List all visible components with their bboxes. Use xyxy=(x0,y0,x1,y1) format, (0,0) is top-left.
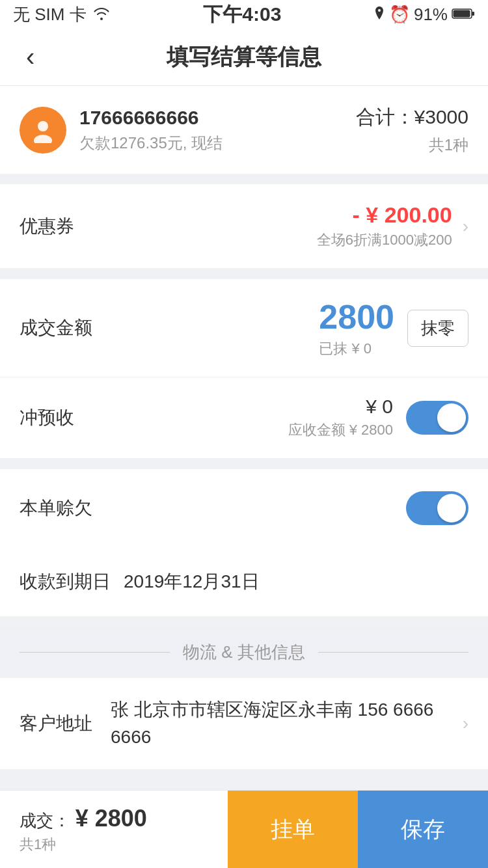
svg-point-4 xyxy=(34,135,52,143)
coupon-label: 优惠券 xyxy=(20,214,74,239)
prepay-toggle[interactable] xyxy=(406,401,468,435)
battery-icon xyxy=(452,5,475,25)
svg-point-3 xyxy=(38,121,48,131)
chevron-right-icon: › xyxy=(463,216,468,237)
wifi-icon xyxy=(92,5,111,25)
customer-note: 欠款1276.35元, 现结 xyxy=(79,133,223,154)
alarm-icon: ⏰ xyxy=(389,5,410,25)
due-date-label: 收款到期日 xyxy=(20,569,111,594)
debt-toggle[interactable] xyxy=(406,491,468,525)
coupon-detail: 全场6折满1000减200 xyxy=(317,230,452,250)
address-content: 张 北京市市辖区海淀区永丰南 156 6666 6666 xyxy=(111,696,450,751)
due-date-value: 2019年12月31日 xyxy=(124,569,260,594)
coupon-right: - ¥ 200.00 全场6折满1000减200 › xyxy=(317,202,468,250)
coupon-row[interactable]: 优惠券 - ¥ 200.00 全场6折满1000减200 › xyxy=(0,184,488,269)
status-time: 下午4:03 xyxy=(203,1,281,28)
total-amount: 合计：¥3000 xyxy=(356,104,468,131)
total-count: 共1种 xyxy=(356,135,468,156)
customer-phone: 17666666666 xyxy=(79,107,223,129)
debt-toggle-knob xyxy=(437,494,466,522)
sim-status: 无 SIM 卡 xyxy=(13,3,87,26)
bottom-deal-line: 成交： ¥ 2800 xyxy=(20,805,208,832)
round-zero-button[interactable]: 抹零 xyxy=(407,310,468,347)
prepay-label: 冲预收 xyxy=(20,405,74,430)
svg-rect-2 xyxy=(453,10,470,17)
logistics-line-right xyxy=(318,652,468,653)
bottom-deal-amount: ¥ 2800 xyxy=(75,805,147,832)
svg-rect-1 xyxy=(472,12,474,16)
deal-label: 成交金额 xyxy=(20,316,92,340)
debt-row: 本单赊欠 xyxy=(0,468,488,547)
bottom-deal-label: 成交： xyxy=(20,811,70,830)
customer-card: 17666666666 欠款1276.35元, 现结 合计：¥3000 共1种 xyxy=(0,86,488,174)
status-right: ⏰ 91% xyxy=(373,5,475,25)
address-label: 客户地址 xyxy=(20,711,98,736)
section-separator-1 xyxy=(0,269,488,279)
customer-left: 17666666666 欠款1276.35元, 现结 xyxy=(20,107,223,154)
toggle-knob xyxy=(437,403,466,432)
location-icon xyxy=(373,5,385,25)
save-button[interactable]: 保存 xyxy=(358,791,488,869)
bottom-summary: 成交： ¥ 2800 共1种 xyxy=(0,805,228,854)
deal-amount-info: 2800 已抹 ¥ 0 xyxy=(319,297,394,359)
deal-number: 2800 xyxy=(319,297,394,336)
battery-percent: 91% xyxy=(414,5,448,25)
bottom-bar: 成交： ¥ 2800 共1种 挂单 保存 xyxy=(0,790,488,868)
avatar xyxy=(20,107,66,154)
prepay-right: ¥ 0 应收金额 ¥ 2800 xyxy=(288,396,468,440)
nav-bar: ‹ 填写结算等信息 xyxy=(0,29,488,86)
deal-sub: 已抹 ¥ 0 xyxy=(319,339,394,359)
hang-order-button[interactable]: 挂单 xyxy=(228,791,358,869)
status-left: 无 SIM 卡 xyxy=(13,3,111,26)
deal-amount-row: 成交金额 2800 已抹 ¥ 0 抹零 xyxy=(0,279,488,377)
back-button[interactable]: ‹ xyxy=(20,36,41,78)
page-title: 填写结算等信息 xyxy=(167,42,321,72)
bottom-count: 共1种 xyxy=(20,835,208,854)
deal-amount-wrap: 2800 已抹 ¥ 0 抹零 xyxy=(319,297,468,359)
prepay-amount-wrap: ¥ 0 应收金额 ¥ 2800 xyxy=(288,396,393,440)
logistics-header: 物流 & 其他信息 xyxy=(0,627,488,678)
status-bar: 无 SIM 卡 下午4:03 ⏰ 91% xyxy=(0,0,488,29)
section-separator-3 xyxy=(0,616,488,627)
content-area: 17666666666 欠款1276.35元, 现结 合计：¥3000 共1种 … xyxy=(0,86,488,868)
logistics-line-left xyxy=(20,652,170,653)
address-row[interactable]: 客户地址 张 北京市市辖区海淀区永丰南 156 6666 6666 › xyxy=(0,678,488,769)
address-chevron-icon: › xyxy=(463,713,468,734)
coupon-amount: - ¥ 200.00 xyxy=(317,202,452,228)
prepay-row: 冲预收 ¥ 0 应收金额 ¥ 2800 xyxy=(0,377,488,458)
prepay-amount: ¥ 0 xyxy=(288,396,393,418)
logistics-title: 物流 & 其他信息 xyxy=(183,641,305,664)
prepay-receivable: 应收金额 ¥ 2800 xyxy=(288,420,393,440)
due-date-row: 收款到期日 2019年12月31日 xyxy=(0,547,488,616)
customer-right: 合计：¥3000 共1种 xyxy=(356,104,468,156)
debt-label: 本单赊欠 xyxy=(20,496,92,521)
customer-info: 17666666666 欠款1276.35元, 现结 xyxy=(79,107,223,154)
coupon-info: - ¥ 200.00 全场6折满1000减200 xyxy=(317,202,452,250)
section-separator-2 xyxy=(0,458,488,468)
